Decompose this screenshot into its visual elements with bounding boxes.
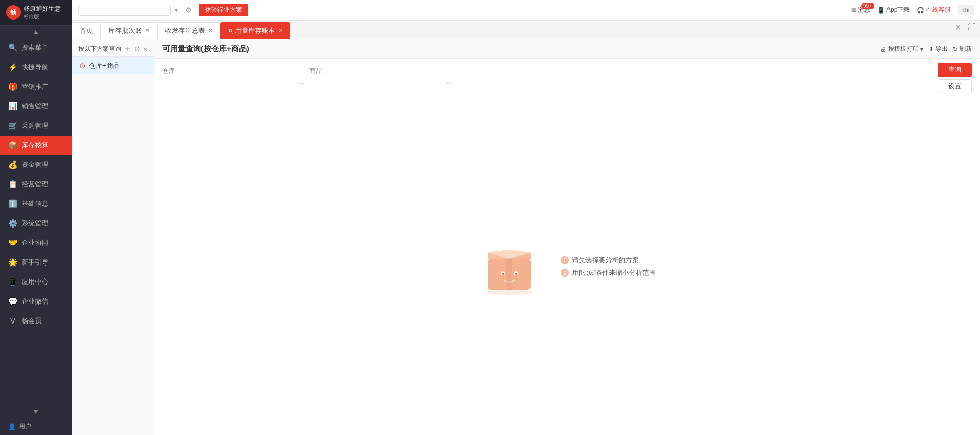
sidebar-item-label: 经营管理 (22, 180, 48, 189)
query-bar: 仓库 ··· 商品 ··· 查询 设置 (154, 59, 980, 98)
scheme-add-icon[interactable]: ＋ (124, 44, 131, 53)
sidebar-item-label: 采购管理 (22, 121, 48, 130)
sidebar-item-enterprise[interactable]: 🤝 企业协同 (0, 233, 72, 253)
sidebar-item-label: 快捷导航 (22, 63, 48, 72)
sidebar-item-wechat[interactable]: 💬 企业微信 (0, 292, 72, 311)
tab-summary-close[interactable]: ✕ (208, 27, 213, 34)
sidebar-item-label: 畅会员 (22, 316, 42, 326)
sidebar-item-newguide[interactable]: 🌟 新手引导 (0, 253, 72, 272)
tabs-bar: 首页 库存批次账 ✕ 收发存汇总表 ✕ 可用量库存账本 ✕ ✕ ⛶ (72, 21, 980, 39)
tab-home[interactable]: 首页 (72, 22, 101, 39)
sidebar-item-purchase[interactable]: 🛒 采购管理 (0, 116, 72, 136)
page-title: 可用量查询(按仓库+商品) (162, 44, 249, 54)
app-download-label: App下载 (886, 6, 910, 14)
sidebar-item-label: 企业微信 (22, 297, 48, 306)
tab-available-close[interactable]: ✕ (278, 27, 283, 34)
empty-hint-2: 2 用[过滤]条件来缩小分析范围 (561, 268, 656, 277)
refresh-label: 刷新 (959, 45, 972, 53)
user-avatar-icon: 👤 (8, 423, 16, 430)
message-button[interactable]: ✉ 消息 99+ (851, 6, 870, 14)
tab-batch-close[interactable]: ✕ (145, 27, 150, 34)
scheme-header-icons: ＋ ⊙ « (124, 44, 147, 53)
warehouse-input[interactable] (162, 77, 296, 89)
query-actions: 查询 设置 (938, 63, 972, 93)
goods-more-icon[interactable]: ··· (445, 80, 450, 87)
sidebar-scroll: 🔍 搜索菜单 ⚡ 快捷导航 🎁 营销推广 📊 销售管理 🛒 采购管理 📦 库存核… (0, 38, 72, 405)
sidebar-item-system[interactable]: ⚙️ 系统管理 (0, 214, 72, 233)
sidebar-logo: 畅 畅康通好生意 标准版 (0, 0, 72, 26)
svg-point-5 (515, 273, 517, 275)
print-template-label: 按模板打印 (888, 45, 919, 53)
user-info-button[interactable]: Rit (958, 5, 974, 15)
sidebar-item-quicknav[interactable]: ⚡ 快捷导航 (0, 58, 72, 77)
goods-input[interactable] (309, 77, 443, 89)
sidebar-item-marketing[interactable]: 🎁 营销推广 (0, 77, 72, 97)
sidebar-item-label: 库存核算 (22, 141, 48, 150)
tab-home-label: 首页 (80, 26, 93, 35)
handshake-icon: 🤝 (8, 238, 17, 248)
tab-available[interactable]: 可用量库存账本 ✕ (220, 22, 290, 39)
scheme-item-label: 仓库+商品 (89, 61, 120, 70)
clipboard-icon: 📋 (8, 180, 17, 189)
sidebar-item-sales[interactable]: 📊 销售管理 (0, 97, 72, 116)
scheme-item-warehouse-goods[interactable]: ⊙ 仓库+商品 (72, 57, 154, 74)
flash-icon: ⚡ (8, 63, 17, 72)
print-dropdown-icon[interactable]: ▾ (920, 46, 923, 53)
printer-icon: 🖨 (880, 46, 886, 53)
tab-summary-label: 收发存汇总表 (165, 26, 205, 35)
online-service-button[interactable]: 🎧 在线客服 (917, 6, 951, 14)
print-template-button[interactable]: 🖨 按模板打印 ▾ (880, 45, 923, 53)
scheme-collapse-icon[interactable]: « (143, 45, 147, 53)
sidebar-item-label: 基础信息 (22, 199, 48, 209)
chart-icon: 📊 (8, 102, 17, 111)
star-icon: 🌟 (8, 258, 17, 267)
sidebar-item-label: 新手引导 (22, 258, 48, 267)
logo-name: 畅康通好生意 (24, 5, 61, 13)
sidebar-item-finance[interactable]: 💰 资金管理 (0, 155, 72, 175)
box-icon: 📦 (8, 141, 17, 150)
sidebar-item-basic[interactable]: ℹ️ 基础信息 (0, 194, 72, 214)
message-badge: 99+ (861, 3, 874, 9)
hint-num-2: 2 (561, 269, 569, 277)
sidebar-item-search[interactable]: 🔍 搜索菜单 (0, 38, 72, 58)
tabs-expand-button[interactable]: ⛶ (968, 23, 976, 32)
goods-field: 商品 ··· (309, 67, 450, 89)
topbar-gear-icon[interactable]: ⚙ (182, 5, 195, 16)
tabs-close-all-button[interactable]: ✕ (955, 23, 961, 32)
tab-summary[interactable]: 收发存汇总表 ✕ (157, 22, 220, 39)
sidebar-scroll-down[interactable]: ▼ (0, 405, 72, 418)
user-display-name: Rit (962, 7, 970, 14)
trial-industry-button[interactable]: 体验行业方案 (199, 4, 248, 16)
sidebar-item-label: 销售管理 (22, 102, 48, 111)
sidebar-item-inventory[interactable]: 📦 库存核算 (0, 136, 72, 155)
svg-point-4 (502, 273, 504, 275)
topbar-search-input[interactable] (78, 5, 171, 16)
sidebar-bottom-user[interactable]: 👤 用户 (0, 418, 72, 435)
scheme-item-icon: ⊙ (79, 61, 86, 70)
user-name-label: 用户 (19, 422, 31, 431)
goods-label: 商品 (309, 67, 450, 75)
empty-hints: 1 请先选择要分析的方案 2 用[过滤]条件来缩小分析范围 (561, 256, 656, 277)
sidebar-item-member[interactable]: V 畅会员 (0, 311, 72, 331)
sidebar-scroll-up[interactable]: ▲ (0, 26, 72, 38)
svg-rect-6 (506, 259, 512, 290)
sidebar-item-operation[interactable]: 📋 经营管理 (0, 175, 72, 194)
content-area: 按以下方案查询 ＋ ⊙ « ⊙ 仓库+商品 可用量查询(按仓库+商品) 🖨 (72, 39, 980, 435)
warehouse-label: 仓库 (162, 67, 303, 75)
wechat-icon: 💬 (8, 297, 17, 306)
app-download-button[interactable]: 📱 App下载 (877, 6, 910, 14)
query-button[interactable]: 查询 (938, 63, 972, 77)
sidebar: 畅 畅康通好生意 标准版 ▲ 🔍 搜索菜单 ⚡ 快捷导航 🎁 营销推广 📊 销售… (0, 0, 72, 435)
topbar-dropdown-arrow[interactable]: ▾ (175, 7, 178, 14)
settings-button[interactable]: 设置 (938, 79, 972, 93)
warehouse-more-icon[interactable]: ··· (298, 80, 303, 87)
tab-batch[interactable]: 库存批次账 ✕ (101, 22, 157, 39)
refresh-button[interactable]: ↻ 刷新 (953, 45, 972, 53)
logo-text: 畅康通好生意 标准版 (24, 5, 61, 20)
sidebar-item-appcenter[interactable]: 📱 应用中心 (0, 272, 72, 292)
logo-icon: 畅 (6, 5, 21, 20)
scheme-settings-icon[interactable]: ⊙ (134, 45, 140, 53)
svg-point-0 (486, 290, 532, 295)
sidebar-item-label: 营销推广 (22, 82, 48, 91)
export-button[interactable]: ⬆ 导出 (929, 45, 948, 53)
